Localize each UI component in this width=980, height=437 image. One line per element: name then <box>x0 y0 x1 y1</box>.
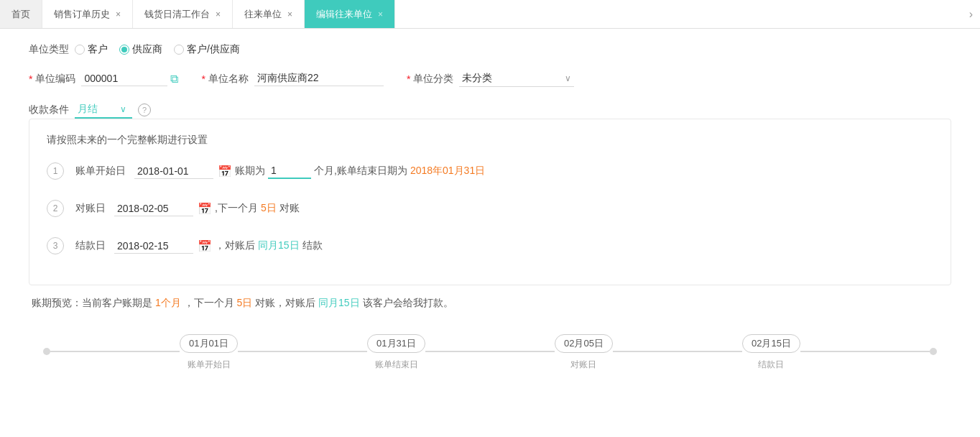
radio-circle-customer-supplier <box>174 45 184 55</box>
unit-category-select[interactable]: 未分类 ∨ <box>459 70 574 87</box>
period-label: 账期为 <box>235 165 265 178</box>
radio-customer-supplier[interactable]: 客户/供应商 <box>174 43 240 56</box>
payment-condition-select[interactable]: 月结 ∨ <box>75 101 132 119</box>
radio-circle-customer <box>75 45 85 55</box>
unit-name-input[interactable] <box>254 71 384 86</box>
tab-home[interactable]: 首页 <box>0 0 42 28</box>
payment-condition-row: 收款条件 月结 ∨ ? <box>29 101 951 119</box>
copy-icon[interactable]: ⧉ <box>170 73 178 86</box>
tab-close-edit-partner[interactable]: × <box>378 9 383 19</box>
row-num-1: 1 <box>47 162 64 180</box>
unit-code-input[interactable] <box>81 71 167 86</box>
tab-cash-work[interactable]: 钱货日清工作台 × <box>133 0 233 28</box>
unit-code-star: * <box>29 73 32 85</box>
radio-customer[interactable]: 客户 <box>75 43 108 56</box>
unit-info-row: * 单位编码 ⧉ * 单位名称 * 单位分类 未分类 ∨ <box>29 70 951 87</box>
timeline-label-3: 结款日 <box>758 359 784 371</box>
payment-condition-label: 收款条件 <box>29 104 69 116</box>
help-icon[interactable]: ? <box>138 104 151 116</box>
tab-partners[interactable]: 往来单位 × <box>233 0 305 28</box>
timeline-dot-left <box>43 348 50 355</box>
row-num-3: 3 <box>47 237 64 254</box>
tab-close-cash-work[interactable]: × <box>216 9 221 19</box>
timeline-pill-0: 01月01日 <box>180 334 238 353</box>
timeline-dot-right <box>930 348 937 355</box>
unit-category-chevron: ∨ <box>565 73 571 83</box>
timeline-label-0: 账单开始日 <box>188 359 231 371</box>
main-content: 单位类型 客户 供应商 客户/供应商 * 单位编码 ⧉ <box>0 29 980 437</box>
timeline-spacer-2 <box>425 351 555 352</box>
timeline-spacer-1 <box>238 351 367 352</box>
timeline-pill-1: 01月31日 <box>367 334 425 353</box>
tabs-bar: 首页 销售订单历史 × 钱货日清工作台 × 往来单位 × 编辑往来单位 × › <box>0 0 980 29</box>
payment-date-input[interactable] <box>114 239 193 254</box>
payment-suffix-end: 结款 <box>302 239 323 252</box>
tab-close-sales-history[interactable]: × <box>116 9 121 19</box>
unit-code-group: * 单位编码 ⧉ <box>29 71 178 86</box>
timeline-label-2: 对账日 <box>570 359 596 371</box>
unit-category-group: * 单位分类 未分类 ∨ <box>407 70 574 87</box>
setting-box: 请按照未来的一个完整帐期进行设置 1 账单开始日 📅 账期为 个月,账单结束日期… <box>29 119 951 285</box>
start-date-input[interactable] <box>134 164 213 179</box>
period-unit: 个月,账单结束日期为 <box>314 165 407 178</box>
preview-text: 账期预览：当前客户账期是 1个月 ，下一个月 5日 对账，对账后 同月15日 该… <box>29 297 951 310</box>
setting-row-1: 1 账单开始日 📅 账期为 个月,账单结束日期为 2018年01月31日 <box>47 158 933 184</box>
timeline-node-0: 01月01日 账单开始日 <box>180 334 238 371</box>
unit-name-label: 单位名称 <box>208 73 249 86</box>
timeline: 01月01日 账单开始日 01月31日 账单结束日 02月05日 对账日 02月… <box>29 327 951 378</box>
unit-type-radio-group: 客户 供应商 客户/供应商 <box>75 43 240 56</box>
unit-category-label: 单位分类 <box>413 73 453 86</box>
period-input[interactable] <box>268 163 311 179</box>
timeline-node-2: 02月05日 对账日 <box>555 334 613 371</box>
payment-chevron: ∨ <box>120 104 126 114</box>
row-num-2: 2 <box>47 200 64 217</box>
timeline-spacer-0 <box>50 351 180 352</box>
tab-close-partners[interactable]: × <box>287 9 292 19</box>
payment-suffix-pre: ，对账后 <box>215 239 255 252</box>
calendar-icon-2[interactable]: 📅 <box>198 202 212 216</box>
radio-supplier[interactable]: 供应商 <box>119 43 162 56</box>
unit-code-label: 单位编码 <box>35 73 75 86</box>
payment-day: 同月15日 <box>258 239 300 252</box>
tab-edit-partner[interactable]: 编辑往来单位 × <box>305 0 395 28</box>
reconcile-suffix-end: 对账 <box>279 202 300 215</box>
tabs-scroll-arrow[interactable]: › <box>962 8 980 21</box>
period-end-date: 2018年01月31日 <box>410 165 485 178</box>
timeline-pill-3: 02月15日 <box>742 334 800 353</box>
reconcile-date-input[interactable] <box>114 201 193 216</box>
radio-dot-supplier <box>121 47 127 52</box>
timeline-pill-2: 02月05日 <box>555 334 613 353</box>
preview-day2: 同月15日 <box>318 297 360 308</box>
field-label-2: 对账日 <box>75 202 106 215</box>
preview-day1: 5日 <box>236 297 252 308</box>
tab-sales-history[interactable]: 销售订单历史 × <box>42 0 133 28</box>
unit-name-star: * <box>201 73 205 85</box>
timeline-node-1: 01月31日 账单结束日 <box>367 334 425 371</box>
unit-category-star: * <box>407 73 410 85</box>
setting-title: 请按照未来的一个完整帐期进行设置 <box>47 134 933 147</box>
timeline-label-1: 账单结束日 <box>375 359 418 371</box>
preview-months: 1个月 <box>155 297 181 308</box>
unit-type-label: 单位类型 <box>29 43 69 56</box>
calendar-icon-3[interactable]: 📅 <box>198 239 212 253</box>
setting-row-3: 3 结款日 📅 ，对账后 同月15日 结款 <box>47 233 933 259</box>
timeline-node-3: 02月15日 结款日 <box>742 334 800 371</box>
radio-circle-supplier <box>119 45 129 55</box>
field-label-3: 结款日 <box>75 239 106 252</box>
timeline-spacer-4 <box>800 351 930 352</box>
reconcile-suffix-pre: ,下一个月 <box>215 202 258 215</box>
unit-name-group: * 单位名称 <box>201 71 383 86</box>
field-label-1: 账单开始日 <box>75 165 126 178</box>
unit-type-row: 单位类型 客户 供应商 客户/供应商 <box>29 43 951 56</box>
timeline-spacer-3 <box>613 351 742 352</box>
reconcile-day: 5日 <box>261 202 277 215</box>
setting-row-2: 2 对账日 📅 ,下一个月 5日 对账 <box>47 196 933 221</box>
calendar-icon-1[interactable]: 📅 <box>218 165 232 178</box>
